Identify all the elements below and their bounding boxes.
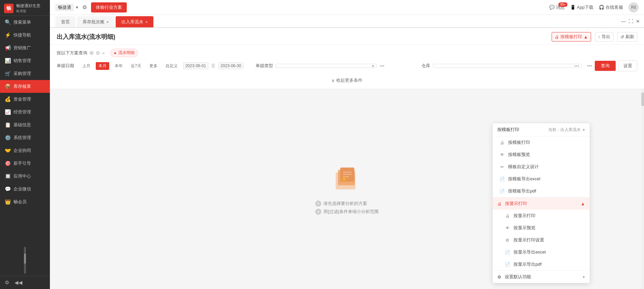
message-icon: 💬: [549, 5, 555, 10]
date-btn-this-year[interactable]: 本年: [112, 62, 125, 70]
display-print-header[interactable]: 🖨 按显示打印 ▲: [493, 198, 590, 210]
query-settings-area: ••• 查询 设置: [587, 60, 637, 71]
dropdown-item-label: 按模板打印: [508, 139, 530, 146]
dropdown-template-export-pdf[interactable]: 📄 按模板导出pdf: [493, 185, 590, 197]
date-btn-this-month[interactable]: 本月: [96, 62, 109, 70]
sidebar-item-apps[interactable]: 🔲 应用中心: [0, 170, 50, 183]
right-scrollbar[interactable]: [641, 89, 644, 289]
sidebar-logo-info: 畅捷通好生意 标准版: [16, 3, 40, 14]
dropdown-header-arrow[interactable]: ▾: [583, 127, 585, 132]
query-button[interactable]: 查询: [595, 61, 616, 71]
sidebar-item-partner[interactable]: 🤝 企业协同: [0, 144, 50, 157]
date-btn-custom[interactable]: 自定义: [163, 62, 180, 70]
print-dropdown-arrow[interactable]: ▲: [584, 34, 588, 40]
dropdown-display-export-excel[interactable]: 📄 按显示导出excel: [493, 246, 590, 258]
sidebar-item-finance[interactable]: 💰 资金管理: [0, 93, 50, 106]
collapse-button[interactable]: ∧ 收起更多条件: [57, 76, 637, 85]
voucher-type-more-icon[interactable]: •••: [380, 63, 384, 69]
sidebar-item-label: 营销推广: [13, 45, 31, 51]
tab-expand-icon[interactable]: ⛶: [628, 19, 633, 24]
chat-icon: 💬: [5, 186, 11, 192]
tab-minimize-icon[interactable]: —: [621, 19, 626, 24]
sidebar-item-member[interactable]: 👑 畅会员: [0, 195, 50, 208]
user-dropdown-arrow[interactable]: ▾: [76, 5, 78, 10]
export-button[interactable]: ↑ 导出: [595, 32, 614, 42]
collapse-sidebar-icon[interactable]: ◀◀: [14, 280, 23, 286]
tab-inout-flow-close[interactable]: ×: [145, 20, 147, 24]
date-btn-last-month[interactable]: 上月: [80, 62, 93, 70]
topbar: 畅捷通 ▾ ⚙ 体验行业方案 💬 消息 99+ 📱 App下载 🎧 在线客服 R…: [50, 0, 644, 15]
sidebar-item-search[interactable]: 🔍 搜索菜单: [0, 16, 50, 29]
date-from-input[interactable]: 2023-06-01: [183, 62, 208, 69]
warehouse-arrow: •••: [575, 63, 579, 69]
display-pdf-icon: 📄: [505, 262, 510, 267]
sidebar-item-wechat[interactable]: 💬 企业微信: [0, 183, 50, 195]
date-btn-7days[interactable]: 近7天: [128, 62, 144, 70]
username-display[interactable]: 畅捷通: [55, 4, 74, 11]
sidebar-item-purchase[interactable]: 🛒 采购管理: [0, 67, 50, 80]
dropdown-template-export-excel[interactable]: 📄 按模板导出excel: [493, 173, 590, 185]
trial-button[interactable]: 体验行业方案: [91, 2, 127, 12]
voucher-type-label: 单据类型: [256, 63, 273, 69]
empty-step-1: ① 请先选择要分析的方案: [315, 201, 378, 207]
filter-settings-icon[interactable]: ⚙: [96, 50, 100, 56]
search-icon: 🔍: [5, 19, 11, 25]
sidebar-item-guide[interactable]: 🎯 新手引导: [0, 157, 50, 170]
collapse-arrow-icon: ∧: [331, 78, 335, 83]
footer-content: ⚙ 设置默认功能: [497, 274, 531, 280]
date-to-input[interactable]: 2023-06-30: [218, 62, 243, 69]
warehouse-select[interactable]: [433, 64, 582, 68]
voucher-type-select[interactable]: [276, 64, 377, 68]
handshake-icon: 🤝: [5, 148, 11, 154]
refresh-button[interactable]: ↺ 刷新: [617, 32, 637, 42]
tab-batch-accounts[interactable]: 库存批次账 ×: [77, 16, 114, 27]
sidebar-item-operations[interactable]: 📈 经营管理: [0, 106, 50, 119]
scrollbar-thumb[interactable]: [641, 93, 644, 106]
dropdown-template-print[interactable]: 🖨 按模板打印: [493, 136, 590, 149]
filter-collapse-icon[interactable]: «: [102, 50, 105, 56]
sidebar-item-marketing[interactable]: 📢 营销推广: [0, 42, 50, 54]
settings-button[interactable]: 设置: [618, 60, 637, 71]
sidebar-item-label: 经营管理: [13, 109, 31, 115]
tab-batch-accounts-label: 库存批次账: [83, 19, 105, 25]
dropdown-item-label: 按模板导出pdf: [508, 188, 536, 194]
page-title: 出入库流水(流水明细): [57, 33, 115, 41]
tab-close-window-icon[interactable]: ✕: [636, 19, 640, 24]
settings-bottom-icon[interactable]: ⚙: [5, 280, 9, 286]
dropdown-display-print-settings[interactable]: ⚙ 按显示打印设置: [493, 234, 590, 246]
display-print-header-label: 按显示打印: [505, 201, 527, 207]
sidebar-item-sales[interactable]: 📊 销售管理: [0, 54, 50, 67]
app-download-action[interactable]: 📱 App下载: [570, 4, 593, 10]
user-avatar[interactable]: Rit: [628, 2, 639, 12]
sidebar-item-basic[interactable]: 📋 基础信息: [0, 119, 50, 131]
collapse-row: ∧ 收起更多条件: [57, 75, 637, 85]
date-btn-more[interactable]: 更多: [147, 62, 160, 70]
tab-home[interactable]: 首页: [55, 16, 76, 27]
online-service-action[interactable]: 🎧 在线客服: [599, 4, 623, 10]
dropdown-display-preview[interactable]: 👁 按显示预览: [493, 222, 590, 234]
filter-tag-dot: ●: [114, 51, 116, 55]
tab-batch-accounts-close[interactable]: ×: [107, 20, 109, 24]
page-header-actions: 🖨 按模板打印 ▲ ↑ 导出 ↺ 刷新: [552, 32, 637, 42]
tab-inout-flow[interactable]: 出入库流水 ×: [116, 16, 153, 27]
dropdown-display-print[interactable]: 🖨 按显示打印: [493, 210, 590, 222]
filter-add-icon[interactable]: ⊕: [89, 50, 94, 56]
dropdown-footer[interactable]: ⚙ 设置默认功能 ▾: [493, 270, 590, 283]
dropdown-item-label: 按显示预览: [514, 225, 535, 231]
user-area: 畅捷通 ▾: [55, 4, 78, 11]
sidebar-item-system[interactable]: ⚙️ 系统管理: [0, 131, 50, 144]
print-template-button[interactable]: 🖨 按模板打印 ▲: [552, 32, 591, 42]
filter-scheme-label: 按以下方案查询 ⊕ ⚙ «: [57, 50, 105, 56]
query-more-icon[interactable]: •••: [587, 63, 592, 69]
dropdown-template-custom[interactable]: ✏ 模板自定义设计: [493, 161, 590, 173]
sidebar-item-inventory[interactable]: 📦 库存核算: [0, 80, 50, 93]
message-action[interactable]: 💬 消息 99+: [549, 4, 565, 10]
sidebar-item-quick-nav[interactable]: ⚡ 快捷导航: [0, 29, 50, 42]
dropdown-display-export-pdf[interactable]: 📄 按显示导出pdf: [493, 258, 590, 270]
dropdown-template-preview[interactable]: 👁 按模板预览: [493, 149, 590, 161]
topbar-gear-icon[interactable]: ⚙: [82, 4, 87, 10]
dropdown-item-label: 按显示导出pdf: [514, 261, 541, 267]
sidebar-item-label: 基础信息: [13, 122, 31, 128]
dropdown-item-label: 模板自定义设计: [508, 164, 539, 170]
filter-tag[interactable]: ● 流水明细: [110, 49, 138, 57]
